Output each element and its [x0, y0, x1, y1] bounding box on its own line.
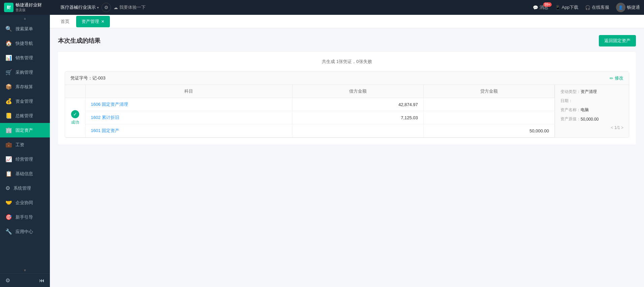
sidebar-label-payroll: 工资 [16, 142, 24, 148]
sidebar-item-basics[interactable]: 📋 基础信息 [0, 166, 50, 181]
sidebar-scroll-up[interactable]: ▲ [0, 15, 50, 22]
sidebar-collapse-icon[interactable]: ⏮ [39, 278, 44, 284]
edit-label: 修改 [615, 75, 623, 81]
sidebar-item-fixed-assets[interactable]: 🏢 固定资产 [0, 123, 50, 137]
voucher-body: 科目 借方金额 贷方金额 ✓ [65, 85, 629, 137]
sidebar-item-apps[interactable]: 🔧 应用中心 [0, 224, 50, 239]
result-summary: 共生成 1张凭证，0张失败 [65, 59, 629, 65]
header-middle: 医疗器械行业演示 ▾ ⚙ ☁ 我要体验一下 [54, 3, 533, 12]
subject-cell-1: 1606 固定资产清理 [85, 98, 293, 111]
sidebar-item-quicknav[interactable]: 🏠 快捷导航 [0, 36, 50, 51]
operations-icon: 📈 [5, 156, 12, 162]
sidebar-scroll-down[interactable]: ▼ [0, 267, 50, 274]
th-status [65, 85, 85, 98]
edit-icon: ✏ [610, 76, 613, 81]
user-name: 畅捷通 [627, 4, 640, 10]
apps-icon: 🔧 [5, 228, 12, 235]
funds-icon: 💰 [5, 98, 12, 104]
tab-asset-management-label: 资产管理 [82, 19, 99, 25]
sidebar-scroll: 🔍 搜索菜单 🏠 快捷导航 📊 销售管理 🛒 采购管理 📦 库存核算 💰 [0, 22, 50, 267]
fixed-assets-icon: 🏢 [5, 127, 12, 133]
header-right: 💬 消息 99+ 📱 App下载 🎧 在线客服 👤 畅捷通 [533, 3, 640, 12]
sidebar-item-operations[interactable]: 📈 经营管理 [0, 152, 50, 166]
return-button[interactable]: 返回固定资产 [599, 35, 636, 46]
guide-icon: 🎯 [5, 214, 12, 220]
sidebar-label-funds: 资金管理 [16, 98, 33, 104]
download-icon: 📱 [555, 5, 560, 10]
th-subject: 科目 [85, 85, 293, 98]
sidebar-item-inventory[interactable]: 📦 库存核算 [0, 79, 50, 94]
sidebar-item-search[interactable]: 🔍 搜索菜单 [0, 22, 50, 36]
online-service-button[interactable]: 🎧 在线客服 [585, 4, 609, 10]
home-icon: 🏠 [5, 40, 12, 46]
voucher-header: 凭证字号：记-003 ✏ 修改 [65, 72, 629, 85]
sidebar-label-inventory: 库存核算 [16, 84, 33, 90]
sidebar-label-system: 系统管理 [13, 185, 31, 191]
basics-icon: 📋 [5, 170, 12, 177]
experience-label: 我要体验一下 [119, 4, 146, 10]
table-row: 1602 累计折旧 7,125.03 [65, 111, 555, 124]
settings-button[interactable]: ⚙ [101, 3, 111, 12]
logo-icon: 财 [4, 3, 13, 12]
ledger-icon: 📒 [5, 113, 12, 119]
online-service-label: 在线客服 [592, 4, 609, 10]
sidebar-item-sales[interactable]: 📊 销售管理 [0, 51, 50, 65]
logo-area: 财 畅捷通好业财 普及版 [4, 2, 54, 12]
inventory-icon: 📦 [5, 84, 12, 90]
change-type-row: 变动类型： 资产清理 [560, 89, 623, 95]
debit-cell-1: 42,874.97 [293, 98, 424, 111]
app-download-button[interactable]: 📱 App下载 [555, 4, 578, 10]
sidebar-item-enterprise[interactable]: 🤝 企业协同 [0, 195, 50, 210]
tab-bar: 首页 资产管理 ✕ [50, 15, 644, 28]
sidebar: ▲ 🔍 搜索菜单 🏠 快捷导航 📊 销售管理 🛒 采购管理 📦 库存核算 [0, 15, 50, 287]
edit-button[interactable]: ✏ 修改 [610, 75, 623, 81]
sidebar-settings-icon[interactable]: ⚙ [5, 277, 10, 284]
subject-link-2[interactable]: 1602 累计折旧 [91, 115, 120, 120]
sidebar-item-payroll[interactable]: 💼 工资 [0, 137, 50, 152]
sidebar-label-guide: 新手引导 [16, 214, 33, 220]
asset-name-label: 资产名称： [560, 107, 581, 113]
system-icon: ⚙ [5, 185, 10, 191]
th-credit: 贷方金额 [424, 85, 555, 98]
change-type-label: 变动类型： [560, 89, 581, 95]
subject-cell-2: 1602 累计折旧 [85, 111, 293, 124]
sales-icon: 📊 [5, 55, 12, 61]
sidebar-item-funds[interactable]: 💰 资金管理 [0, 94, 50, 108]
avatar: 👤 [616, 3, 625, 12]
tab-close-icon[interactable]: ✕ [101, 19, 104, 24]
messages-button[interactable]: 💬 消息 99+ [533, 4, 548, 10]
next-page-icon[interactable]: > [621, 125, 623, 130]
sidebar-label-sales: 销售管理 [16, 55, 33, 61]
tab-home[interactable]: 首页 [55, 16, 75, 27]
sidebar-label-basics: 基础信息 [16, 171, 33, 177]
subject-link-1[interactable]: 1606 固定资产清理 [91, 102, 128, 107]
purchase-icon: 🛒 [5, 69, 12, 75]
voucher-table: 科目 借方金额 贷方金额 ✓ [65, 85, 555, 137]
side-info-pagination: < 1/1 > [560, 125, 623, 130]
company-selector[interactable]: 医疗器械行业演示 ▾ [61, 4, 99, 10]
prev-page-icon[interactable]: < [611, 125, 613, 130]
debit-cell-3 [293, 124, 424, 137]
debit-cell-2: 7,125.03 [293, 111, 424, 124]
page-header: 本次生成的结果 返回固定资产 [58, 35, 636, 46]
page-indicator: 1/1 [614, 125, 621, 130]
experience-button[interactable]: ☁ 我要体验一下 [114, 4, 146, 10]
sidebar-item-guide[interactable]: 🎯 新手引导 [0, 210, 50, 224]
voucher-number: 凭证字号：记-003 [70, 75, 105, 81]
tab-asset-management[interactable]: 资产管理 ✕ [76, 16, 110, 27]
service-icon: 🎧 [585, 5, 590, 10]
sidebar-item-ledger[interactable]: 📒 总账管理 [0, 108, 50, 123]
logo-text: 畅捷通好业财 [16, 2, 42, 8]
success-label: 成功 [71, 120, 79, 125]
subject-link-3[interactable]: 1601 固定资产 [91, 128, 120, 133]
sidebar-item-system[interactable]: ⚙ 系统管理 [0, 181, 50, 195]
search-icon: 🔍 [5, 26, 12, 32]
sidebar-item-purchase[interactable]: 🛒 采购管理 [0, 65, 50, 79]
user-area[interactable]: 👤 畅捷通 [616, 3, 640, 12]
date-row: 日期： [560, 98, 623, 104]
main-layout: ▲ 🔍 搜索菜单 🏠 快捷导航 📊 销售管理 🛒 采购管理 📦 库存核算 [0, 15, 644, 287]
content-area: 首页 资产管理 ✕ 本次生成的结果 返回固定资产 共生成 1张凭证，0张失败 [50, 15, 644, 287]
result-section: 共生成 1张凭证，0张失败 凭证字号：记-003 ✏ 修改 [58, 52, 636, 145]
success-cell: ✓ 成功 [65, 98, 85, 137]
messages-badge: 99+ [543, 2, 552, 7]
